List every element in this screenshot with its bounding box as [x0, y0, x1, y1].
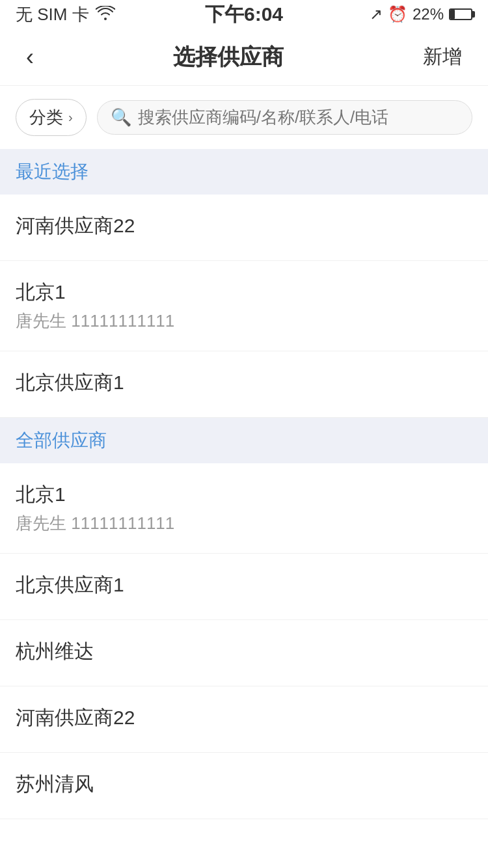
- category-button[interactable]: 分类 ›: [16, 99, 87, 136]
- item-name: 北京供应商1: [16, 572, 472, 599]
- add-button[interactable]: 新增: [416, 37, 468, 77]
- chevron-right-icon: ›: [68, 110, 73, 125]
- list-item[interactable]: 河南供应商22: [0, 686, 488, 753]
- list-item[interactable]: 杭州维达: [0, 620, 488, 686]
- filter-bar: 分类 › 🔍: [0, 86, 488, 149]
- nav-bar: ‹ 选择供应商 新增: [0, 29, 488, 86]
- search-box: 🔍: [97, 100, 472, 135]
- content-list: 最近选择河南供应商22北京1唐先生 11111111111北京供应商1全部供应商…: [0, 149, 488, 819]
- wifi-icon: [96, 5, 115, 25]
- list-item[interactable]: 北京供应商1: [0, 351, 488, 418]
- list-item[interactable]: 河南供应商22: [0, 195, 488, 261]
- item-name: 北京1: [16, 481, 472, 508]
- no-sim-text: 无 SIM 卡: [16, 3, 89, 26]
- item-name: 苏州清风: [16, 771, 472, 798]
- item-name: 河南供应商22: [16, 213, 472, 239]
- page-title: 选择供应商: [173, 42, 284, 72]
- category-label: 分类: [29, 106, 63, 129]
- search-input[interactable]: [138, 107, 459, 128]
- battery-icon: [449, 8, 472, 20]
- status-right: ↗ ⏰ 22%: [370, 5, 472, 23]
- back-button[interactable]: ‹: [20, 37, 40, 77]
- list-item[interactable]: 北京供应商1: [0, 554, 488, 620]
- item-name: 北京供应商1: [16, 370, 472, 396]
- item-name: 河南供应商22: [16, 705, 472, 731]
- search-icon: 🔍: [111, 107, 131, 128]
- list-item[interactable]: 北京1唐先生 11111111111: [0, 463, 488, 554]
- location-icon: ↗: [370, 5, 383, 23]
- status-bar: 无 SIM 卡 下午6:04 ↗ ⏰ 22%: [0, 0, 488, 29]
- item-name: 北京1: [16, 279, 472, 306]
- section-header-all: 全部供应商: [0, 418, 488, 463]
- status-left: 无 SIM 卡: [16, 3, 115, 26]
- item-detail: 唐先生 11111111111: [16, 512, 472, 535]
- item-detail: 唐先生 11111111111: [16, 310, 472, 332]
- battery-text: 22%: [413, 5, 444, 23]
- alarm-icon: ⏰: [388, 5, 407, 23]
- list-item[interactable]: 北京1唐先生 11111111111: [0, 261, 488, 351]
- item-name: 杭州维达: [16, 638, 472, 665]
- list-item[interactable]: 苏州清风: [0, 753, 488, 819]
- section-header-recent: 最近选择: [0, 149, 488, 195]
- status-time: 下午6:04: [205, 1, 283, 28]
